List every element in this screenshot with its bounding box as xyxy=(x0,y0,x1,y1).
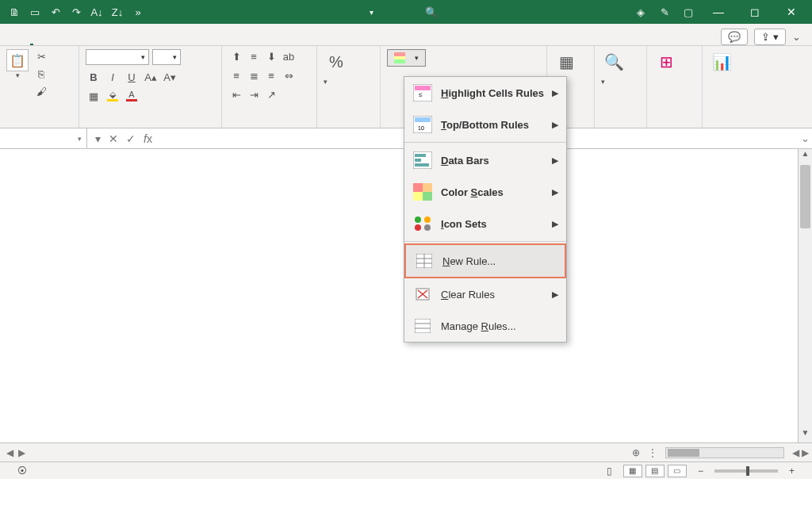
diamond-icon[interactable]: ◈ xyxy=(633,4,649,20)
align-bottom-icon[interactable]: ⬇ xyxy=(263,49,279,63)
addins-group-label xyxy=(653,123,695,126)
tab-page-layout[interactable] xyxy=(87,37,90,45)
window-icon[interactable]: ▢ xyxy=(680,4,696,20)
wrap-text-icon[interactable]: ab xyxy=(281,49,297,63)
redo-icon[interactable]: ↷ xyxy=(68,4,84,20)
format-painter-icon[interactable]: 🖌 xyxy=(33,84,49,98)
tab-help[interactable] xyxy=(201,37,205,45)
tab-file[interactable] xyxy=(11,37,14,45)
border-button[interactable]: ▦ xyxy=(86,89,102,103)
align-left-icon[interactable]: ≡ xyxy=(228,68,244,82)
tab-data[interactable] xyxy=(125,37,128,45)
tab-view[interactable] xyxy=(163,37,167,45)
open-file-icon[interactable]: ▭ xyxy=(27,4,43,20)
vertical-scrollbar[interactable]: ▲ ▼ xyxy=(798,149,812,442)
align-middle-icon[interactable]: ≡ xyxy=(246,49,262,63)
cf-new-rule[interactable]: New Rule... xyxy=(404,243,566,278)
cf-manage-rules[interactable]: Manage Rules... xyxy=(404,310,566,342)
bold-button[interactable]: B xyxy=(86,70,102,84)
sheet-nav-prev-icon[interactable]: ◀ xyxy=(6,447,13,458)
copy-icon[interactable]: ⎘ xyxy=(33,67,49,81)
cancel-icon[interactable]: ✕ xyxy=(109,132,118,145)
sort-asc-icon[interactable]: A↓ xyxy=(89,4,105,20)
share-button[interactable]: ⇪ ▾ xyxy=(754,29,786,45)
paste-button[interactable]: 📋 ▾ xyxy=(6,49,29,79)
fill-color-button[interactable]: ⬙ xyxy=(105,89,121,103)
cf-data-bars[interactable]: Data Bars ▶ xyxy=(404,144,566,176)
tab-formulas[interactable] xyxy=(106,37,109,45)
cf-icon-sets[interactable]: Icon Sets ▶ xyxy=(404,208,566,239)
page-layout-view-button[interactable]: ▤ xyxy=(645,465,665,477)
align-right-icon[interactable]: ≡ xyxy=(263,68,279,82)
cf-clear-rules[interactable]: Clear Rules ▶ xyxy=(404,278,566,310)
font-shrink-icon[interactable]: A▾ xyxy=(162,70,178,84)
svg-point-17 xyxy=(424,224,431,231)
svg-point-14 xyxy=(415,216,421,223)
addins-icon[interactable]: ⊞ xyxy=(653,49,679,75)
align-top-icon[interactable]: ⬆ xyxy=(228,49,244,63)
fbar-dropdown-icon[interactable]: ▾ xyxy=(95,132,101,145)
number-group-label xyxy=(324,123,373,126)
title-dropdown-icon[interactable]: ▾ xyxy=(363,4,379,20)
enter-icon[interactable]: ✓ xyxy=(126,132,136,145)
qat-more-icon[interactable]: » xyxy=(130,4,146,20)
ribbon-tabs: 💬 ⇪ ▾ ⌄ xyxy=(0,24,812,46)
tab-home[interactable] xyxy=(30,37,33,45)
underline-button[interactable]: U xyxy=(124,70,140,84)
cut-icon[interactable]: ✂ xyxy=(33,49,49,63)
titlebar: 🗎 ▭ ↶ ↷ A↓ Z↓ » ▾ 🔍 ◈ ✎ ▢ — ◻ ✕ xyxy=(0,0,812,24)
minimize-button[interactable]: — xyxy=(704,1,733,23)
tab-review[interactable] xyxy=(144,37,147,45)
analyze-icon[interactable]: 📊 xyxy=(709,49,734,75)
macro-record-icon[interactable]: ⦿ xyxy=(17,465,27,477)
cf-highlight-cells[interactable]: ≤ Highlight Cells Rules ▶ xyxy=(404,77,566,109)
display-settings-button[interactable]: ▯ xyxy=(607,465,612,477)
search-icon[interactable]: 🔍 xyxy=(423,4,439,20)
maximize-button[interactable]: ◻ xyxy=(741,1,769,23)
sheet-tab-bar: ◀ ▶ ⊕ ⋮ ◀ ▶ xyxy=(0,442,812,461)
cells-icon[interactable]: ▦ xyxy=(553,49,579,75)
font-name-select[interactable]: ▾ xyxy=(86,49,149,65)
italic-button[interactable]: I xyxy=(105,70,121,84)
name-box[interactable]: ▾ xyxy=(0,128,87,148)
editing-icon[interactable]: 🔍 xyxy=(601,49,626,75)
tab-insert[interactable] xyxy=(49,37,52,45)
conditional-formatting-button[interactable]: ▾ xyxy=(387,49,426,67)
page-break-view-button[interactable]: ▭ xyxy=(668,465,687,477)
comments-button[interactable]: 💬 xyxy=(721,29,748,45)
close-button[interactable]: ✕ xyxy=(777,1,806,23)
font-size-select[interactable]: ▾ xyxy=(152,49,181,65)
zoom-out-button[interactable]: − xyxy=(698,465,703,477)
normal-view-button[interactable]: ▦ xyxy=(623,465,642,477)
status-bar: ⦿ ▯ ▦ ▤ ▭ − + xyxy=(0,461,812,479)
svg-point-16 xyxy=(415,224,421,231)
cf-top-bottom[interactable]: 10 Top/Bottom Rules ▶ xyxy=(404,109,566,140)
cf-color-scales[interactable]: Color Scales ▶ xyxy=(404,176,566,208)
tab-draw[interactable] xyxy=(68,37,71,45)
undo-icon[interactable]: ↶ xyxy=(48,4,63,20)
horizontal-scrollbar[interactable] xyxy=(665,447,784,458)
expand-formula-icon[interactable]: ⌄ xyxy=(798,132,812,144)
alignment-group-label xyxy=(228,123,310,126)
indent-dec-icon[interactable]: ⇤ xyxy=(228,87,244,101)
sort-desc-icon[interactable]: Z↓ xyxy=(109,4,125,20)
svg-rect-12 xyxy=(413,192,423,201)
number-format-icon[interactable]: % xyxy=(324,49,349,75)
merge-icon[interactable]: ⇔ xyxy=(281,68,297,82)
orientation-icon[interactable]: ↗ xyxy=(263,87,279,101)
svg-rect-1 xyxy=(415,86,431,90)
fx-icon[interactable]: fx xyxy=(144,132,152,145)
tab-developer[interactable] xyxy=(182,37,186,45)
zoom-in-button[interactable]: + xyxy=(789,465,795,477)
new-file-icon[interactable]: 🗎 xyxy=(6,4,22,20)
svg-rect-11 xyxy=(423,183,432,192)
collapse-ribbon-icon[interactable]: ⌄ xyxy=(792,31,801,43)
sheet-nav-next-icon[interactable]: ▶ xyxy=(18,447,25,458)
font-grow-icon[interactable]: A▴ xyxy=(143,70,159,84)
add-sheet-button[interactable]: ⊕ xyxy=(627,445,645,461)
font-color-button[interactable]: A xyxy=(124,89,140,103)
zoom-slider[interactable] xyxy=(714,469,778,473)
align-center-icon[interactable]: ≣ xyxy=(246,68,262,82)
indent-inc-icon[interactable]: ⇥ xyxy=(246,87,262,101)
wand-icon[interactable]: ✎ xyxy=(657,4,672,20)
